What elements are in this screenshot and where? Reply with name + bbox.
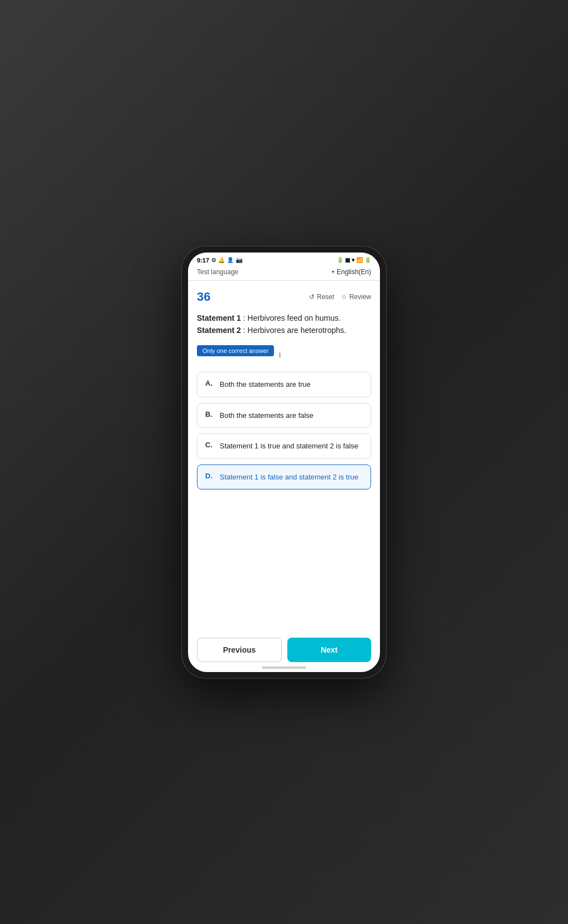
reset-button[interactable]: ↺ Reset: [309, 293, 334, 301]
question-text: Statement 1 : Herbivores feed on humus. …: [197, 312, 371, 337]
chevron-down-icon: ▾: [332, 269, 334, 275]
option-d[interactable]: D. Statement 1 is false and statement 2 …: [197, 464, 371, 490]
option-d-text: Statement 1 is false and statement 2 is …: [220, 472, 358, 483]
main-content: 36 ↺ Reset ☆ Review Statement 1 : Herbiv…: [188, 281, 380, 632]
reset-icon: ↺: [309, 293, 315, 301]
header-actions: ↺ Reset ☆ Review: [309, 293, 371, 301]
battery-icon: 🔋: [337, 257, 343, 263]
info-icon: ℹ: [278, 351, 281, 359]
previous-button[interactable]: Previous: [197, 638, 282, 662]
statement1-text: Statement 1 : Herbivores feed on humus.: [197, 314, 341, 322]
option-c-letter: C.: [205, 441, 214, 449]
bell-icon: 🔔: [218, 257, 225, 263]
phone-device: 9:17 ⊙ 🔔 👤 📷 🔋 ▣ ▾ 📶 🔋 Test language ▾ E…: [181, 246, 387, 679]
review-button[interactable]: ☆ Review: [341, 293, 371, 301]
screen-icon: ▣: [345, 257, 350, 263]
language-value: English(En): [337, 268, 371, 276]
question-number: 36: [197, 290, 210, 304]
option-b-letter: B.: [205, 410, 214, 418]
status-left: 9:17 ⊙ 🔔 👤 📷: [197, 257, 242, 264]
answer-type-badge[interactable]: Only one correct answer: [197, 345, 274, 356]
option-b[interactable]: B. Both the statements are false: [197, 403, 371, 428]
test-language-label: Test language: [197, 268, 239, 276]
signal-icon: ▾: [352, 257, 354, 263]
next-button[interactable]: Next: [287, 638, 371, 662]
data-icon: 🔋: [364, 257, 371, 263]
option-b-text: Both the statements are false: [220, 410, 313, 421]
option-c-text: Statement 1 is true and statement 2 is f…: [220, 441, 358, 452]
status-right: 🔋 ▣ ▾ 📶 🔋: [337, 257, 371, 263]
option-a-text: Both the statements are true: [220, 379, 311, 390]
phone-screen: 9:17 ⊙ 🔔 👤 📷 🔋 ▣ ▾ 📶 🔋 Test language ▾ E…: [188, 253, 380, 672]
question-header: 36 ↺ Reset ☆ Review: [197, 290, 371, 304]
option-a[interactable]: A. Both the statements are true: [197, 372, 371, 397]
wifi-icon: 📶: [356, 257, 363, 263]
person-icon: 👤: [227, 257, 234, 263]
time-display: 9:17: [197, 257, 209, 264]
home-indicator: [262, 667, 306, 669]
circle-icon: ⊙: [211, 257, 216, 263]
statement2-text: Statement 2 : Herbivores are heterotroph…: [197, 326, 346, 335]
nav-buttons: Previous Next: [188, 632, 380, 667]
options-container: A. Both the statements are true B. Both …: [197, 372, 371, 489]
status-bar: 9:17 ⊙ 🔔 👤 📷 🔋 ▣ ▾ 📶 🔋: [188, 253, 380, 266]
option-d-letter: D.: [205, 472, 214, 480]
star-icon: ☆: [341, 293, 347, 301]
camera-icon: 📷: [236, 257, 242, 263]
top-bar: Test language ▾ English(En): [188, 266, 380, 281]
option-c[interactable]: C. Statement 1 is true and statement 2 i…: [197, 433, 371, 459]
option-a-letter: A.: [205, 379, 214, 387]
language-selector[interactable]: ▾ English(En): [332, 268, 371, 276]
